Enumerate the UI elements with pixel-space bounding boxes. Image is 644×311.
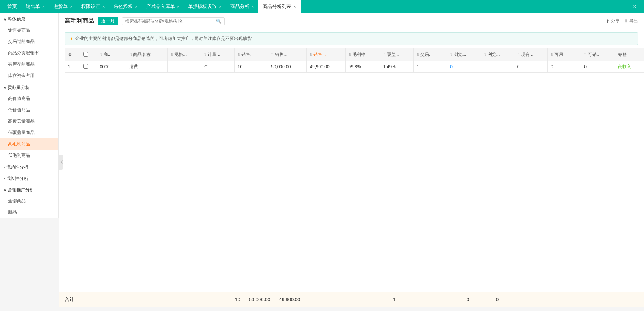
sidebar-item-in-stock-goods[interactable]: 有库存的商品	[0, 59, 58, 70]
th-current-stock[interactable]: ⇅现有...	[514, 48, 547, 61]
th-code[interactable]: ⇅商...	[97, 48, 126, 61]
search-icon[interactable]: 🔍	[216, 19, 222, 24]
top-navigation: 首页 销售单 × 进货单 × 权限设置 × 角色授权 × 产成品入库单 × 单据…	[0, 0, 644, 13]
th-saleable-stock[interactable]: ⇅可销...	[581, 48, 615, 61]
nav-sales-order[interactable]: 销售单 ×	[21, 0, 49, 13]
cell-index: 1	[65, 61, 80, 73]
goods-table: ⚙ ⇅商... ⇅商品名称 ⇅规格... ⇅计量... ⇅销售... ⇅销售..…	[65, 48, 644, 73]
nav-goods-analysis-close[interactable]: ×	[252, 4, 254, 9]
row-checkbox[interactable]	[83, 64, 88, 69]
nav-home[interactable]: 首页	[3, 0, 21, 13]
nav-purchase-order-close[interactable]: ×	[70, 4, 72, 9]
date-filter-button[interactable]: 近一月	[98, 17, 118, 25]
nav-sales-order-close[interactable]: ×	[42, 4, 44, 9]
export-button[interactable]: ⬇ 导出	[624, 18, 638, 24]
sidebar-item-stock-capital[interactable]: 库存资金占用	[0, 70, 58, 82]
sidebar-item-new-goods[interactable]: 新品	[0, 207, 58, 218]
table-row: 1 0000... 运费 个 10 50,000.00 49,900.00 99…	[65, 61, 644, 73]
select-all-checkbox[interactable]	[83, 52, 88, 57]
content-area: 高毛利商品 近一月 🔍 ⬆ 分享 ⬇ 导出 ✦ 企业的主要的利润都是这部分商品创…	[59, 13, 644, 311]
sidebar-item-sales-goods[interactable]: 销售类商品	[0, 25, 58, 36]
cell-available-stock: 0	[548, 61, 581, 73]
content-header: 高毛利商品 近一月 🔍 ⬆ 分享 ⬇ 导出	[59, 13, 644, 29]
th-transaction[interactable]: ⇅交易...	[414, 48, 447, 61]
sidebar-item-low-value[interactable]: 低价值商品	[0, 104, 58, 116]
cell-code: 0000...	[97, 61, 126, 73]
section-arrow-trend: ›	[4, 165, 5, 169]
th-view1[interactable]: ⇅浏览...	[447, 48, 481, 61]
nav-goods-analysis-list-close[interactable]: ×	[294, 4, 296, 9]
nav-finished-goods[interactable]: 产成品入库单 ×	[142, 0, 184, 13]
nav-role-auth-close[interactable]: ×	[135, 4, 137, 9]
footer-total-bar: 合计: 10 50,000.00 49,900.00 1 0 0	[59, 292, 644, 307]
sidebar-item-all-goods[interactable]: 全部商品	[0, 195, 58, 207]
cell-spec	[168, 61, 201, 73]
sidebar-section-contribution[interactable]: ∨ 贡献量分析	[0, 82, 58, 93]
cell-saleable-stock: 0	[581, 61, 615, 73]
search-input-wrapper: 🔍	[122, 17, 225, 25]
nav-permissions[interactable]: 权限设置 ×	[77, 0, 109, 13]
cell-checkbox[interactable]	[80, 61, 97, 73]
cell-view1[interactable]: 0	[447, 61, 481, 73]
th-sales-qty[interactable]: ⇅销售...	[234, 48, 268, 61]
nav-template-settings-close[interactable]: ×	[219, 4, 221, 9]
cell-sales-profit: 49,900.00	[307, 61, 345, 73]
sidebar-item-low-margin[interactable]: 低毛利商品	[0, 150, 58, 161]
table-container[interactable]: ⚙ ⇅商... ⇅商品名称 ⇅规格... ⇅计量... ⇅销售... ⇅销售..…	[59, 48, 644, 292]
sidebar-item-traded-goods[interactable]: 交易过的商品	[0, 36, 58, 47]
cell-current-stock: 0	[514, 61, 547, 73]
sidebar-section-marketing[interactable]: ∨ 营销推广分析	[0, 184, 58, 195]
th-spec[interactable]: ⇅规格...	[168, 48, 201, 61]
sidebar-item-high-value[interactable]: 高价值商品	[0, 93, 58, 104]
table-header-row: ⚙ ⇅商... ⇅商品名称 ⇅规格... ⇅计量... ⇅销售... ⇅销售..…	[65, 48, 644, 61]
th-setting[interactable]: ⚙	[65, 48, 80, 61]
sidebar-section-overall[interactable]: ∨ 整体信息	[0, 13, 58, 25]
section-arrow-marketing: ∨	[4, 188, 6, 192]
setting-icon: ⚙	[68, 52, 72, 57]
footer-sales-profit: 49,900.00	[274, 297, 305, 302]
sidebar-section-growth[interactable]: › 成长性分析	[0, 173, 58, 184]
th-sales-profit[interactable]: ⇅销售...	[307, 48, 345, 61]
th-available-stock[interactable]: ⇅可用...	[548, 48, 581, 61]
share-button[interactable]: ⬆ 分享	[606, 18, 620, 24]
nav-template-settings[interactable]: 单据模板设置 ×	[184, 0, 226, 13]
nav-permissions-close[interactable]: ×	[102, 4, 105, 9]
th-tag[interactable]: 标签	[615, 48, 644, 61]
sidebar-item-high-margin[interactable]: 高毛利商品	[0, 138, 58, 150]
th-view2[interactable]: ⇅浏览...	[481, 48, 514, 61]
cell-transaction: 1	[414, 61, 447, 73]
section-arrow-growth: ›	[4, 177, 5, 181]
horizontal-scrollbar[interactable]	[59, 307, 644, 311]
nav-purchase-order[interactable]: 进货单 ×	[49, 0, 76, 13]
footer-transaction: 1	[371, 297, 400, 302]
th-coverage[interactable]: ⇅覆盖...	[380, 48, 413, 61]
cell-sales-qty: 10	[234, 61, 268, 73]
sidebar-section-trend[interactable]: › 流趋性分析	[0, 161, 58, 173]
sidebar-item-goods-contribution[interactable]: 商品分贡献销率	[0, 47, 58, 59]
footer-sales-amount: 50,000.00	[245, 297, 275, 302]
th-checkbox[interactable]	[80, 48, 97, 61]
cell-gross-margin: 99.8%	[345, 61, 380, 73]
share-icon: ⬆	[606, 19, 609, 24]
search-input[interactable]	[125, 19, 216, 24]
view1-link[interactable]: 0	[450, 64, 453, 69]
window-close-button[interactable]: ×	[627, 3, 641, 10]
cell-unit: 个	[201, 61, 234, 73]
export-icon: ⬇	[624, 19, 628, 24]
nav-goods-analysis-list[interactable]: 商品分析列表 ×	[258, 0, 300, 13]
sidebar-item-low-coverage[interactable]: 低覆盖量商品	[0, 127, 58, 138]
nav-finished-goods-close[interactable]: ×	[177, 4, 179, 9]
th-unit[interactable]: ⇅计量...	[201, 48, 234, 61]
th-gross-margin[interactable]: ⇅毛利率	[345, 48, 380, 61]
sidebar-item-high-coverage[interactable]: 高覆盖量商品	[0, 116, 58, 127]
cell-tag: 高收入	[615, 61, 644, 73]
nav-role-auth[interactable]: 角色授权 ×	[109, 0, 141, 13]
sidebar-collapse-button[interactable]: 《	[59, 155, 63, 170]
header-actions: ⬆ 分享 ⬇ 导出	[606, 18, 638, 24]
info-icon: ✦	[69, 36, 73, 41]
th-sales-amount[interactable]: ⇅销售...	[268, 48, 306, 61]
footer-current-stock: 0	[444, 297, 474, 302]
th-name[interactable]: ⇅商品名称	[126, 48, 168, 61]
nav-goods-analysis[interactable]: 商品分析 ×	[226, 0, 258, 13]
section-arrow-contribution: ∨	[4, 86, 6, 90]
